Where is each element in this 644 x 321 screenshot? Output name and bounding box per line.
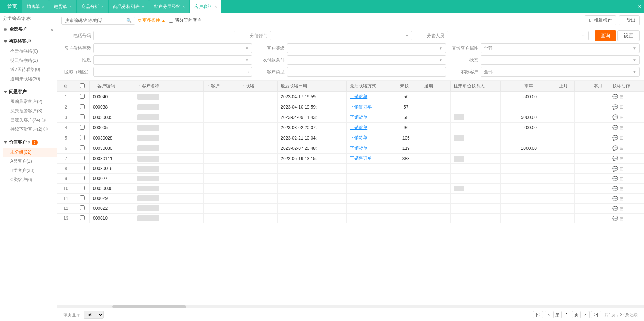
grid-action-icon[interactable]: ⊞ (620, 186, 624, 191)
row-checkbox[interactable] (75, 214, 89, 223)
grid-action-icon[interactable]: ⊞ (620, 196, 624, 201)
row-checkbox[interactable] (75, 184, 89, 194)
chat-icon[interactable]: 💬 (612, 135, 618, 141)
sidebar-item-churn-warn[interactable]: 流失预警客户(3) (3, 106, 57, 116)
grid-action-icon[interactable]: ⊞ (620, 166, 624, 172)
grid-action-icon[interactable]: ⊞ (620, 135, 624, 141)
page-input[interactable] (561, 311, 573, 318)
row-checkbox[interactable] (75, 194, 89, 204)
close-all-tabs[interactable]: × (638, 3, 641, 10)
next-page-button[interactable]: > (580, 311, 590, 318)
close-icon[interactable]: × (101, 4, 103, 9)
chat-icon[interactable]: 💬 (612, 145, 618, 151)
grid-action-icon[interactable]: ⊞ (620, 206, 624, 211)
tab-product-analysis-list[interactable]: 商品分析列表 × (109, 0, 148, 13)
chat-icon[interactable]: 💬 (612, 206, 618, 211)
tab-purchase-order[interactable]: 进货单 × (49, 0, 76, 13)
export-button[interactable]: ↑ 导出 (619, 15, 640, 25)
tab-customer-contact[interactable]: 客户联络 × (190, 0, 221, 13)
grid-action-icon[interactable]: ⊞ (620, 114, 624, 120)
sidebar-item-churned[interactable]: 已流失客户(24) ⓪ (3, 116, 57, 125)
home-button[interactable]: 首页 (3, 3, 21, 10)
close-icon[interactable]: × (214, 4, 217, 9)
nature-select[interactable]: ▼ (93, 55, 252, 65)
tab-customer-tier[interactable]: 客户分层经客 × (149, 0, 189, 13)
chat-icon[interactable]: 💬 (612, 216, 618, 221)
filter-search-input[interactable] (65, 18, 125, 23)
row-checkbox[interactable] (75, 164, 89, 174)
close-icon[interactable]: × (142, 4, 144, 9)
filter-search-icon[interactable]: 🔍 (126, 18, 132, 23)
sidebar-item-class-a[interactable]: A类客户(1) (3, 157, 57, 166)
reset-button[interactable]: 设置 (617, 30, 640, 41)
row-checkbox[interactable] (75, 123, 89, 133)
grid-action-icon[interactable]: ⊞ (620, 156, 624, 161)
sidebar-item-class-b[interactable]: B类客户(33) (3, 166, 57, 175)
chat-icon[interactable]: 💬 (612, 176, 618, 181)
chat-icon[interactable]: 💬 (612, 156, 618, 161)
sidebar-item-today[interactable]: 今天待联络(0) (3, 47, 57, 56)
collapse-icon[interactable]: « (51, 27, 53, 32)
more-conditions-button[interactable]: ▽ 更多条件 ▲ (138, 17, 166, 24)
query-button[interactable]: 查询 (595, 30, 616, 41)
per-page-select[interactable]: 50 100 200 (84, 311, 104, 319)
sidebar-item-hoarding[interactable]: 囤购异常客户(2) (3, 97, 57, 106)
chat-icon[interactable]: 💬 (612, 125, 618, 130)
row-last-contact-method[interactable]: 下销货单 (347, 143, 391, 154)
sidebar-item-overdue[interactable]: 逾期未联络(30) (3, 74, 57, 84)
chat-icon[interactable]: 💬 (612, 166, 618, 172)
dots-icon[interactable]: ··· (245, 69, 249, 74)
close-icon[interactable]: × (69, 4, 71, 9)
sidebar-item-class-c[interactable]: C类客户(6) (3, 175, 57, 184)
all-customers-header[interactable]: ⊞ 全部客户 « (0, 24, 57, 35)
customer-type-select[interactable] (287, 67, 446, 77)
chat-icon[interactable]: 💬 (612, 186, 618, 191)
first-page-button[interactable]: |< (533, 311, 543, 318)
prev-page-button[interactable]: < (545, 311, 554, 318)
last-page-button[interactable]: >| (591, 311, 601, 318)
row-last-contact-method[interactable]: 下销货单 (347, 92, 391, 102)
row-checkbox[interactable] (75, 92, 89, 102)
price-level-select[interactable]: ▼ (93, 43, 252, 53)
grid-action-icon[interactable]: ⊞ (620, 216, 624, 221)
pending-contact-header[interactable]: 待联络客户 (0, 36, 57, 47)
chat-icon[interactable]: 💬 (612, 114, 618, 120)
row-checkbox[interactable] (75, 143, 89, 154)
grid-action-icon[interactable]: ⊞ (620, 125, 624, 130)
th-settings[interactable]: ⚙ (57, 81, 75, 92)
scatter-attr-select[interactable]: 全部 ▼ (481, 43, 640, 53)
sidebar-search-input[interactable] (3, 16, 57, 21)
close-icon[interactable]: × (42, 4, 44, 9)
horizontal-scrollbar[interactable] (57, 305, 644, 308)
problem-customers-header[interactable]: 问题客户 (0, 87, 57, 97)
scatter-customer-select[interactable]: 全部 ▼ (481, 67, 640, 77)
region-select[interactable]: ··· (93, 67, 252, 77)
sidebar-item-ungrouped[interactable]: 未分组(32) (3, 148, 57, 157)
my-customers-checkbox[interactable] (169, 18, 173, 23)
manager-select[interactable]: ··· (447, 31, 589, 40)
my-customers-filter[interactable]: 我分管的客户 (169, 17, 201, 24)
row-checkbox[interactable] (75, 154, 89, 164)
grid-action-icon[interactable]: ⊞ (620, 145, 624, 151)
tab-sales-order[interactable]: 销售单 × (22, 0, 49, 13)
row-checkbox[interactable] (75, 174, 89, 184)
customer-level-select[interactable]: ▼ (287, 43, 446, 53)
row-last-contact-method[interactable]: 下销货单 (347, 123, 391, 133)
row-checkbox[interactable] (75, 133, 89, 143)
grid-action-icon[interactable]: ⊞ (620, 104, 624, 110)
settings-icon[interactable]: ⚙ (64, 84, 68, 89)
select-all-checkbox[interactable] (80, 83, 85, 88)
sidebar-item-7days[interactable]: 近7天待联络(0) (3, 65, 57, 74)
batch-ops-button[interactable]: ☑ 批量操作 (585, 15, 616, 25)
row-last-contact-method[interactable]: 下销货单 (347, 112, 391, 123)
row-checkbox[interactable] (75, 112, 89, 123)
row-last-contact-method[interactable]: 下销货单 (347, 133, 391, 143)
value-customers-header[interactable]: 价值客户 ↻ ! (0, 137, 57, 148)
dept-select[interactable]: ▼ (270, 31, 412, 40)
grid-action-icon[interactable]: ⊞ (620, 176, 624, 181)
chat-icon[interactable]: 💬 (612, 94, 618, 99)
dots-icon[interactable]: ··· (582, 33, 585, 38)
phone-input[interactable] (93, 31, 235, 40)
chat-icon[interactable]: 💬 (612, 104, 618, 110)
scrollbar-thumb[interactable] (112, 305, 186, 308)
